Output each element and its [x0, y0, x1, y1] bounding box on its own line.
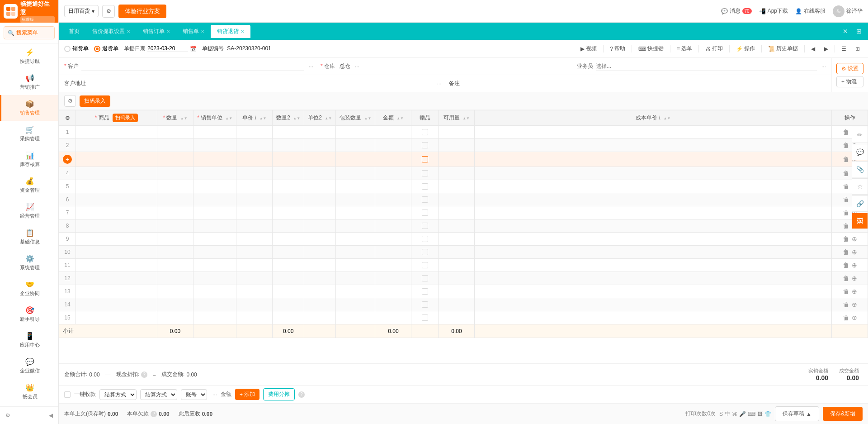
right-action-star[interactable]: ☆	[852, 178, 868, 195]
tab-sales-order[interactable]: 销售订单 ✕	[137, 25, 176, 38]
gift-checkbox-2[interactable]	[422, 142, 428, 148]
row-3-gift[interactable]	[411, 152, 439, 167]
row-2-qty2[interactable]	[273, 139, 304, 152]
user-profile[interactable]: 头 徐泽华	[833, 5, 863, 17]
save-new-button[interactable]: 保存&新增	[823, 407, 863, 421]
operation-btn[interactable]: ⚡ 操作	[733, 43, 758, 54]
right-action-link[interactable]: 🔗	[852, 195, 868, 212]
sort-qty[interactable]: ▲▼	[180, 116, 188, 120]
add-row-btn[interactable]: +	[63, 155, 72, 164]
tab-sales-return-close[interactable]: ✕	[241, 29, 244, 34]
sidebar-item-member[interactable]: 👑 畅会员	[0, 379, 58, 405]
app-download-button[interactable]: 📲 App下载	[759, 7, 788, 15]
del-10[interactable]: 🗑	[843, 248, 849, 256]
online-service-button[interactable]: 👤 在线客服	[795, 7, 826, 15]
experience-button[interactable]: 体验行业方案	[118, 5, 166, 18]
select-order-btn[interactable]: ≡ 选单	[674, 43, 695, 54]
del-6[interactable]: 🗑	[843, 196, 849, 203]
prev-record-btn[interactable]: ◀	[808, 44, 818, 53]
cost-price-info-icon[interactable]: ℹ	[659, 115, 660, 120]
message-button[interactable]: 💬 消息 70	[721, 7, 752, 15]
sidebar-collapse-btn[interactable]: ◀	[47, 410, 55, 420]
gift-cb-9[interactable]	[422, 236, 428, 242]
close-tab-btn[interactable]: ✕	[840, 27, 851, 36]
price-info-icon[interactable]: ℹ	[255, 115, 256, 120]
row-2-unit[interactable]	[193, 139, 236, 152]
radio-return[interactable]: 退货单	[94, 45, 118, 52]
gift-cb-8[interactable]	[422, 223, 428, 229]
row-2-price[interactable]	[236, 139, 273, 152]
row-1-product[interactable]	[76, 126, 157, 139]
list-view-btn[interactable]: ☰	[839, 44, 849, 53]
sidebar-item-app[interactable]: 📱 应用中心	[0, 327, 58, 353]
row-1-unit2[interactable]	[304, 126, 336, 139]
del-12[interactable]: 🗑	[843, 275, 849, 282]
row-3-qty2[interactable]	[273, 152, 304, 167]
search-menu-button[interactable]: 🔍 搜索菜单	[4, 26, 55, 39]
industry-selector[interactable]: 日用百货 ▾	[64, 5, 99, 17]
col-settings-icon[interactable]: ⚙	[65, 115, 70, 121]
one-click-checkbox[interactable]	[64, 391, 71, 398]
tab-sales-delivery-close[interactable]: ✕	[201, 29, 204, 34]
sort-unit2[interactable]: ▲▼	[325, 116, 332, 120]
row-1-cost-price[interactable]	[475, 126, 832, 139]
video-btn[interactable]: ▶ 视频	[578, 43, 599, 54]
scan-input-button[interactable]: 扫码录入	[80, 95, 110, 107]
sidebar-item-purchase[interactable]: 🛒 采购管理	[0, 121, 58, 147]
staff-search-btn[interactable]: ···	[821, 63, 826, 70]
del-9[interactable]: 🗑	[843, 235, 849, 243]
gift-cb-12[interactable]	[422, 275, 428, 281]
remark-input[interactable]	[462, 79, 826, 88]
print-btn[interactable]: 🖨 打印	[703, 43, 726, 54]
arrears-help-icon[interactable]: ?	[151, 411, 157, 417]
right-action-image[interactable]: 🖼	[852, 213, 868, 229]
gift-cb-5[interactable]	[422, 183, 428, 190]
save-draft-button[interactable]: 保存草稿 ▲	[775, 406, 819, 421]
gift-checkbox-1[interactable]	[422, 129, 428, 135]
sidebar-item-inventory[interactable]: 📊 库存核算	[0, 147, 58, 172]
del-11[interactable]: 🗑	[843, 262, 849, 269]
right-action-edit[interactable]: ✏	[852, 127, 868, 143]
account-select[interactable]: 账号	[181, 389, 207, 400]
row-2-unit2[interactable]	[304, 139, 336, 152]
row-2-amount[interactable]	[375, 139, 411, 152]
grid-settings-button[interactable]: ⚙	[64, 95, 76, 107]
customer-search-btn[interactable]: ···	[309, 63, 313, 70]
sort-qty2[interactable]: ▲▼	[293, 116, 300, 120]
account-search-dots[interactable]: ···	[212, 391, 217, 398]
gift-cb-14[interactable]	[422, 301, 428, 308]
row-3-product[interactable]	[76, 152, 157, 167]
row-1-available[interactable]	[439, 126, 475, 139]
maximize-btn[interactable]: ⊞	[854, 27, 864, 36]
sidebar-item-sales[interactable]: 📦 销售管理	[0, 95, 58, 121]
row-1-qty[interactable]	[157, 126, 193, 139]
logistics-action-btn[interactable]: + 物流	[836, 76, 863, 87]
copy-12[interactable]: ⊕	[852, 275, 857, 282]
del-4[interactable]: 🗑	[843, 170, 849, 177]
row-3-unit2[interactable]	[304, 152, 336, 167]
sort-unit[interactable]: ▲▼	[225, 116, 232, 120]
shortcut-btn[interactable]: ⌨ 快捷键	[636, 43, 666, 54]
sort-price[interactable]: ▲▼	[259, 116, 267, 120]
copy-13[interactable]: ⊕	[852, 288, 857, 295]
row-1-unit[interactable]	[193, 126, 236, 139]
sidebar-item-basic[interactable]: 📋 基础信息	[0, 224, 58, 250]
row-2-pack-qty[interactable]	[336, 139, 375, 152]
tab-price-settings[interactable]: 售价提取设置 ✕	[86, 25, 137, 38]
right-action-comment[interactable]: 💬	[852, 144, 868, 160]
address-search-btn[interactable]: ···	[437, 81, 441, 87]
tab-home[interactable]: 首页	[62, 25, 86, 38]
tab-sales-return[interactable]: 销货退货 ✕	[211, 25, 250, 38]
sort-pack-qty[interactable]: ▲▼	[364, 116, 372, 120]
gift-cb-15[interactable]	[422, 314, 428, 321]
row-1-amount[interactable]	[375, 126, 411, 139]
gift-cb-4[interactable]	[422, 170, 428, 176]
copy-15[interactable]: ⊕	[852, 314, 857, 321]
next-record-btn[interactable]: ▶	[821, 44, 831, 53]
row-2-qty[interactable]	[157, 139, 193, 152]
sidebar-item-system[interactable]: ⚙️ 系统管理	[0, 250, 58, 276]
row-2-delete-btn[interactable]: 🗑	[843, 142, 849, 149]
row-3-qty[interactable]	[157, 152, 193, 167]
row-2-gift[interactable]	[411, 139, 439, 152]
sort-amount[interactable]: ▲▼	[396, 116, 404, 120]
